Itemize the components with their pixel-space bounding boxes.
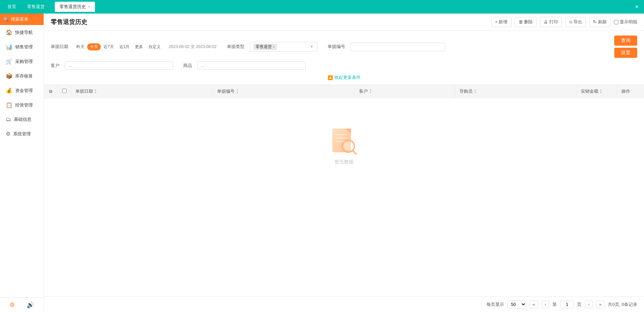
export-button[interactable]: ⊙ 导出 xyxy=(565,17,586,27)
sidebar-search-label: 搜索菜单 xyxy=(11,16,28,22)
th-amount: 实销金额 ▲▼ xyxy=(576,85,617,98)
settings-button[interactable]: 设置 xyxy=(614,48,637,58)
type-filter-select[interactable]: 零售退货 × ▼ xyxy=(250,42,317,52)
next-page-button[interactable]: › xyxy=(585,300,592,308)
sidebar-item-sales[interactable]: 📊 销售管理 xyxy=(0,40,44,54)
type-filter-item: 单据类型 零售退货 × ▼ xyxy=(227,42,317,52)
sidebar-item-operations[interactable]: 📋 经营管理 xyxy=(0,98,44,112)
tab-retail-return-history[interactable]: 零售退货历史 × xyxy=(55,2,95,12)
date-btn-more[interactable]: 更多 xyxy=(132,43,146,51)
th-amount-sort[interactable]: 实销金额 ▲▼ xyxy=(581,88,613,94)
settings-bottom-icon[interactable]: ⚙ xyxy=(9,301,15,309)
svg-line-6 xyxy=(353,150,356,154)
date-filter-label: 单据日期 xyxy=(51,44,68,50)
sidebar-item-system[interactable]: ⚙ 系统管理 xyxy=(0,127,44,141)
th-voucher-sort[interactable]: 单据编号 ▲▼ xyxy=(217,88,351,94)
per-page-label: 每页显示 xyxy=(486,302,504,308)
date-filter-buttons: 昨天 今天 近7天 近1月 更多 自定义 xyxy=(74,43,163,51)
per-page-select[interactable]: 10 20 50 100 xyxy=(507,300,526,309)
sort-arrows-voucher: ▲▼ xyxy=(236,89,239,94)
collapse-label: 收起更多条件 xyxy=(334,74,361,81)
date-btn-1month[interactable]: 近1月 xyxy=(117,43,133,51)
sidebar-item-purchase[interactable]: 🛒 采购管理 xyxy=(0,54,44,69)
sort-arrows-customer: ▲▼ xyxy=(369,89,372,94)
th-date-sort[interactable]: 单据日期 ▲▼ xyxy=(75,88,209,94)
sidebar-item-label: 系统管理 xyxy=(13,131,31,137)
type-select-chevron: ▼ xyxy=(310,44,314,49)
tab-retail-return[interactable]: 零售退货 × xyxy=(22,2,53,12)
show-detail-label[interactable]: 显示明细 xyxy=(614,19,637,25)
new-button[interactable]: + 新增 xyxy=(491,17,511,27)
sidebar-item-basic-info[interactable]: 🗂 基础信息 xyxy=(0,112,44,127)
goods-filter-label: 商品 xyxy=(183,63,192,69)
query-button[interactable]: 查询 xyxy=(614,36,637,46)
th-settings: ⚙ xyxy=(44,85,57,98)
page-number-input[interactable] xyxy=(560,300,574,308)
system-icon: ⚙ xyxy=(6,131,10,137)
print-button[interactable]: 🖨 打印 xyxy=(540,17,562,27)
sidebar: 🔍 搜索菜单 🏠 快捷导航 📊 销售管理 🛒 采购管理 📦 库存核算 💰 资金管… xyxy=(0,14,44,312)
sidebar-item-finance[interactable]: 💰 资金管理 xyxy=(0,83,44,98)
table-select-all-checkbox[interactable] xyxy=(62,89,67,93)
date-btn-7days[interactable]: 近7天 xyxy=(101,43,117,51)
prev-page-button[interactable]: ‹ xyxy=(542,300,549,308)
audio-icon[interactable]: 🔊 xyxy=(27,301,34,309)
type-filter-label: 单据类型 xyxy=(227,44,244,50)
show-detail-text: 显示明细 xyxy=(620,19,637,25)
customer-filter-item: 客户 xyxy=(51,61,173,70)
tab-home[interactable]: 首页 xyxy=(3,2,21,12)
operations-icon: 📋 xyxy=(6,102,13,108)
inventory-icon: 📦 xyxy=(6,73,13,79)
collapse-row: 🔼 收起更多条件 xyxy=(51,73,637,82)
collapse-icon: 🔼 xyxy=(328,75,333,80)
refresh-button[interactable]: ↻ 刷新 xyxy=(589,17,611,27)
goods-input[interactable] xyxy=(197,61,306,70)
date-btn-yesterday[interactable]: 昨天 xyxy=(74,43,87,51)
table-area: ⚙ 单据日期 ▲▼ 单据编号 xyxy=(44,85,644,296)
svg-point-5 xyxy=(344,142,353,151)
finance-icon: 💰 xyxy=(6,87,13,94)
sidebar-item-label: 基础信息 xyxy=(14,116,31,122)
search-icon: 🔍 xyxy=(3,17,9,22)
sidebar-item-label: 经营管理 xyxy=(15,102,33,108)
date-btn-today[interactable]: 今天 xyxy=(87,43,101,50)
th-actions: 操作 xyxy=(617,85,644,98)
window-close-button[interactable]: × xyxy=(632,3,641,10)
empty-state-row: 暂无数据 xyxy=(44,98,644,193)
voucher-filter-label: 单据编号 xyxy=(328,44,345,50)
customer-input[interactable] xyxy=(65,61,173,70)
top-bar: 首页 零售退货 × 零售退货历史 × × xyxy=(0,0,644,14)
tab-retail-return-close[interactable]: × xyxy=(47,5,49,9)
data-table: ⚙ 单据日期 ▲▼ 单据编号 xyxy=(44,85,644,192)
main-layout: 🔍 搜索菜单 🏠 快捷导航 📊 销售管理 🛒 采购管理 📦 库存核算 💰 资金管… xyxy=(0,14,644,312)
sort-arrows-date: ▲▼ xyxy=(94,89,97,94)
header-actions: + 新增 🗑 删除 🖨 打印 ⊙ 导出 ↻ 刷新 显示明细 xyxy=(491,17,637,27)
show-detail-checkbox[interactable] xyxy=(614,20,618,24)
first-page-button[interactable]: « xyxy=(530,300,538,308)
th-date: 单据日期 ▲▼ xyxy=(71,85,213,98)
sidebar-search-bar[interactable]: 🔍 搜索菜单 xyxy=(0,14,44,25)
content-area: 零售退货历史 + 新增 🗑 删除 🖨 打印 ⊙ 导出 ↻ 刷新 显示明细 单据日… xyxy=(44,14,644,312)
page-header: 零售退货历史 + 新增 🗑 删除 🖨 打印 ⊙ 导出 ↻ 刷新 显示明细 xyxy=(44,14,644,31)
collapse-button[interactable]: 🔼 收起更多条件 xyxy=(324,73,365,82)
page-title: 零售退货历史 xyxy=(51,18,491,26)
sidebar-item-label: 库存核算 xyxy=(15,73,33,79)
th-customer-sort[interactable]: 客户 ▲▼ xyxy=(359,88,451,94)
goods-filter-item: 商品 xyxy=(183,61,306,70)
type-tag-close[interactable]: × xyxy=(273,45,275,49)
tab-retail-return-history-close[interactable]: × xyxy=(88,5,90,9)
date-range-display: 2023-06-02 至 2023-06-02 xyxy=(169,44,216,50)
table-settings-icon[interactable]: ⚙ xyxy=(49,89,53,94)
th-guide-sort[interactable]: 导购员 ▲▼ xyxy=(459,88,572,94)
customer-filter-label: 客户 xyxy=(51,63,59,69)
voucher-input[interactable] xyxy=(351,43,445,51)
last-page-button[interactable]: » xyxy=(596,300,604,308)
th-voucher-no: 单据编号 ▲▼ xyxy=(213,85,355,98)
sidebar-item-inventory[interactable]: 📦 库存核算 xyxy=(0,69,44,83)
sidebar-item-quick-nav[interactable]: 🏠 快捷导航 xyxy=(0,25,44,40)
sort-arrows-amount: ▲▼ xyxy=(600,89,602,94)
delete-button[interactable]: 🗑 删除 xyxy=(515,17,537,27)
date-btn-custom[interactable]: 自定义 xyxy=(146,43,163,51)
date-filter-item: 单据日期 昨天 今天 近7天 近1月 更多 自定义 2023-06-02 至 2… xyxy=(51,43,217,51)
right-action-buttons: 查询 设置 xyxy=(614,36,637,58)
